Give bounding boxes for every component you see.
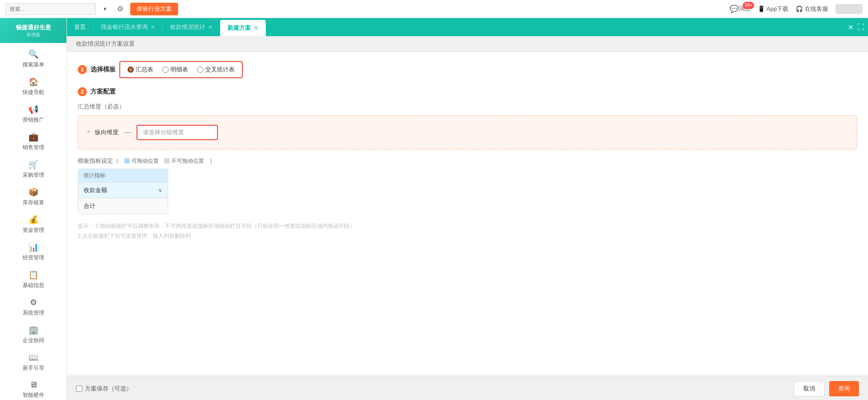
sidebar-item-enterprise[interactable]: 🏢 企业协同 <box>0 320 66 348</box>
sidebar-item-system[interactable]: ⚙ 系统管理 <box>0 293 66 320</box>
sidebar-label-hardware: 智能硬件 <box>23 391 44 399</box>
tab-receipt-close[interactable]: ✕ <box>208 24 212 30</box>
draggable-label: 可拖动位置 <box>132 157 159 165</box>
bottom-left: 方案保存（可选） <box>76 385 132 393</box>
sidebar-label-inventory: 库存核算 <box>23 199 44 207</box>
step1-num: 1 <box>78 65 87 74</box>
tab-bar: 首页 现金银行流水查询 ✕ 收款情况统计 ✕ 新建方案 ✕ ✕ ⛶ <box>67 18 868 36</box>
metrics-label-end: ） <box>209 157 215 165</box>
radio-summary-input[interactable] <box>127 66 134 73</box>
step1-label: 选择模板 <box>90 66 116 74</box>
industry-button[interactable]: 体验行业方案 <box>130 3 178 15</box>
metrics-label: 模板指标设定（ 可拖动位置 不可拖动位置 ） <box>78 157 857 165</box>
sidebar-item-operations[interactable]: 📊 经营管理 <box>0 238 66 265</box>
page-content: 收款情况统计方案设置 1 选择模板 汇总表 <box>67 36 868 376</box>
tab-maximize-icon[interactable]: ⛶ <box>857 23 864 31</box>
sidebar-item-marketing[interactable]: 📢 营销推广 <box>0 100 66 127</box>
sidebar-item-search[interactable]: 🔍 搜索菜单 <box>0 45 66 72</box>
notification-wrap[interactable]: 💬 99+ 消息 <box>730 5 750 13</box>
radio-detail-label: 明细表 <box>170 66 188 74</box>
cancel-button[interactable]: 取消 <box>794 381 825 396</box>
app-edition: 标准版 <box>27 32 40 38</box>
sidebar-item-basics[interactable]: 📋 基础信息 <box>0 265 66 293</box>
bottom-bar: 方案保存（可选） 取消 查询 <box>67 376 868 400</box>
dimension-area: * 纵向维度 — 请选择分组维度 <box>78 115 857 150</box>
dimension-select[interactable]: 请选择分组维度 <box>137 125 218 140</box>
radio-cross[interactable]: 交叉统计表 <box>197 66 235 74</box>
finance-icon: 💰 <box>28 215 38 225</box>
form-container: 1 选择模板 汇总表 明细表 <box>67 52 868 374</box>
tab-cashflow-label: 现金银行流水查询 <box>101 23 148 31</box>
tab-new[interactable]: 新建方案 ✕ <box>220 20 266 36</box>
non-draggable-label: 不可拖动位置 <box>171 157 204 165</box>
tab-cashflow-close[interactable]: ✕ <box>151 24 155 30</box>
radio-detail-input[interactable] <box>162 66 169 73</box>
hint-1: 提示： 1.拖动标题栏可以调整布局，不可跨维度或指标区域拖动栏目字段（只能在同一… <box>78 221 857 231</box>
row-dimension-label: 纵向维度 <box>95 128 118 136</box>
bottom-right: 取消 查询 <box>794 381 859 396</box>
marketing-icon: 📢 <box>28 104 38 114</box>
metrics-chevron-icon: ∨ <box>158 187 162 193</box>
sidebar-item-guide[interactable]: 📖 新手引导 <box>0 348 66 376</box>
tab-receipt-label: 收款情况统计 <box>170 23 205 31</box>
main-layout: 畅捷通好生意 标准版 🔍 搜索菜单 🏠 快捷导航 📢 营销推广 💼 销售管理 <box>0 18 868 400</box>
sidebar-label-search: 搜索菜单 <box>23 61 44 69</box>
sidebar-item-sales[interactable]: 💼 销售管理 <box>0 127 66 155</box>
tab-receipt[interactable]: 收款情况统计 ✕ <box>163 18 220 36</box>
guide-icon: 📖 <box>28 353 38 362</box>
dropdown-icon[interactable]: ▾ <box>99 4 110 14</box>
sidebar-item-hardware[interactable]: 🖥 智能硬件 <box>0 376 66 400</box>
step2-label: 方案配置 <box>90 88 116 96</box>
metrics-table: 统计指标 收款金额 ∨ 合计 <box>78 169 168 214</box>
tab-close-all-icon[interactable]: ✕ <box>848 23 854 32</box>
tab-cashflow[interactable]: 现金银行流水查询 ✕ <box>94 18 163 36</box>
service-icon: 🎧 <box>796 5 803 12</box>
download-label: App下载 <box>766 5 788 12</box>
sidebar-logo: 畅捷通好生意 标准版 <box>0 18 66 43</box>
sidebar-item-purchase[interactable]: 🛒 采购管理 <box>0 155 66 183</box>
tab-home[interactable]: 首页 <box>67 18 94 36</box>
download-link[interactable]: 📱 App下载 <box>758 5 788 13</box>
gear-icon[interactable]: ⚙ <box>114 3 127 15</box>
sidebar-item-quicknav[interactable]: 🏠 快捷导航 <box>0 72 66 100</box>
metrics-subtotal-cell: 合计 <box>78 198 168 214</box>
arrow-icon: — <box>124 128 131 136</box>
tab-new-label: 新建方案 <box>227 24 251 32</box>
purchase-icon: 🛒 <box>28 160 38 169</box>
sidebar: 畅捷通好生意 标准版 🔍 搜索菜单 🏠 快捷导航 📢 营销推广 💼 销售管理 <box>0 18 67 400</box>
download-icon: 📱 <box>758 5 765 12</box>
step2-section: 2 方案配置 汇总维度（必选） * 纵向维度 — 请选择分组维度 <box>78 87 857 241</box>
service-link[interactable]: 🎧 在线客服 <box>796 5 828 13</box>
hint-section: 提示： 1.拖动标题栏可以调整布局，不可跨维度或指标区域拖动栏目字段（只能在同一… <box>78 221 857 241</box>
user-avatar[interactable] <box>835 4 863 14</box>
notification-badge: 99+ <box>743 2 754 9</box>
top-bar-right: 💬 99+ 消息 📱 App下载 🎧 在线客服 <box>730 4 863 14</box>
metrics-col-header[interactable]: 收款金额 ∨ <box>78 183 168 198</box>
tab-new-close[interactable]: ✕ <box>254 25 258 31</box>
drag-dot-blue <box>124 158 130 164</box>
sales-icon: 💼 <box>28 132 38 142</box>
metrics-label-text: 模板指标设定（ <box>78 157 119 165</box>
draggable-badge: 可拖动位置 <box>124 157 159 165</box>
radio-summary[interactable]: 汇总表 <box>127 66 153 74</box>
radio-cross-input[interactable] <box>197 66 203 73</box>
metrics-col-label: 收款金额 <box>84 186 107 194</box>
query-button[interactable]: 查询 <box>829 381 859 396</box>
content-area: 首页 现金银行流水查询 ✕ 收款情况统计 ✕ 新建方案 ✕ ✕ ⛶ 收款情况统计… <box>67 18 868 400</box>
radio-cross-label: 交叉统计表 <box>205 66 235 74</box>
sidebar-label-guide: 新手引导 <box>23 364 44 372</box>
enterprise-icon: 🏢 <box>28 325 38 335</box>
radio-detail[interactable]: 明细表 <box>162 66 188 74</box>
app-name: 畅捷通好生意 <box>16 24 51 32</box>
page-header-text: 收款情况统计方案设置 <box>76 40 135 47</box>
search-input[interactable] <box>5 3 96 15</box>
sidebar-item-inventory[interactable]: 📦 库存核算 <box>0 183 66 210</box>
sidebar-label-marketing: 营销推广 <box>23 116 44 124</box>
sidebar-nav: 🔍 搜索菜单 🏠 快捷导航 📢 营销推广 💼 销售管理 🛒 采购管理 📦 <box>0 43 66 400</box>
sidebar-item-finance[interactable]: 💰 资金管理 <box>0 210 66 238</box>
save-checkbox[interactable] <box>76 386 82 392</box>
step1-section: 1 选择模板 汇总表 明细表 <box>78 61 857 78</box>
drag-dot-gray <box>164 158 170 164</box>
template-radio-group: 汇总表 明细表 交叉统计表 <box>119 61 243 78</box>
sidebar-label-system: 系统管理 <box>23 309 44 317</box>
